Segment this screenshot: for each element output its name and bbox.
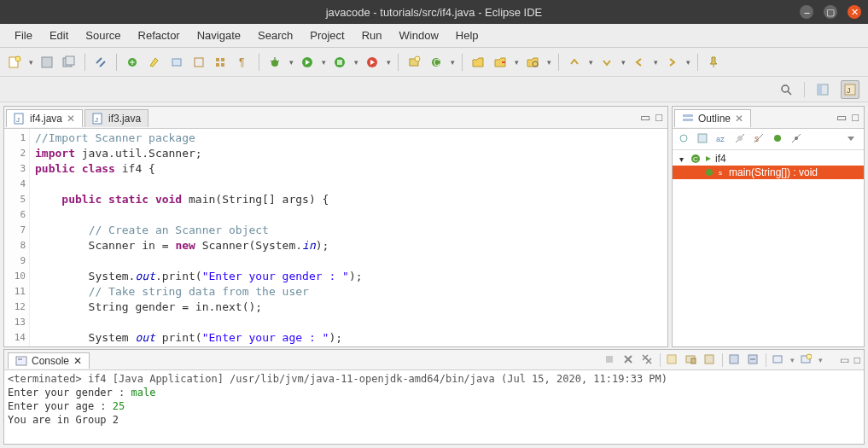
code-line[interactable] bbox=[35, 253, 662, 269]
forward-icon[interactable] bbox=[662, 53, 681, 72]
next-annotation-dropdown[interactable]: ▾ bbox=[620, 58, 626, 67]
search-folder-dropdown[interactable]: ▾ bbox=[545, 58, 552, 67]
save-icon[interactable] bbox=[38, 53, 56, 72]
code-line[interactable]: Scanner in = new Scanner(System.in); bbox=[35, 238, 662, 253]
maximize-pane-icon[interactable]: □ bbox=[655, 111, 662, 124]
code-line[interactable]: public class if4 { bbox=[35, 161, 662, 177]
menu-help[interactable]: Help bbox=[448, 26, 486, 44]
focus-icon[interactable] bbox=[678, 132, 691, 146]
code-line[interactable]: String gender = in.next(); bbox=[35, 300, 662, 315]
new-dropdown[interactable]: ▾ bbox=[27, 58, 34, 67]
block-icon[interactable] bbox=[189, 53, 208, 72]
menu-navigate[interactable]: Navigate bbox=[189, 26, 248, 44]
back-dropdown[interactable]: ▾ bbox=[652, 58, 659, 67]
tab-console[interactable]: Console ✕ bbox=[8, 352, 90, 369]
editor-body[interactable]: 1234567891011121314 //Import Scanner pac… bbox=[4, 129, 667, 346]
external-tools-icon[interactable] bbox=[363, 53, 382, 72]
az-icon[interactable]: aᴢ bbox=[715, 132, 729, 146]
new-console-dropdown[interactable]: ▾ bbox=[818, 356, 823, 364]
new-class-dropdown[interactable]: ▾ bbox=[449, 58, 456, 67]
search-icon[interactable] bbox=[777, 80, 795, 99]
code-line[interactable]: System.out.print("Enter your gender : ")… bbox=[35, 269, 662, 284]
code-line[interactable] bbox=[35, 177, 662, 192]
console-body[interactable]: <terminated> if4 [Java Application] /usr… bbox=[4, 370, 864, 444]
menu-window[interactable]: Window bbox=[392, 26, 446, 44]
menu-edit[interactable]: Edit bbox=[42, 26, 76, 44]
remove-icon[interactable] bbox=[622, 353, 636, 367]
debug-icon[interactable] bbox=[123, 53, 142, 72]
terminate-relaunch-icon[interactable] bbox=[603, 353, 617, 367]
link-icon[interactable] bbox=[91, 53, 110, 72]
show-on-output-icon[interactable] bbox=[703, 353, 717, 367]
highlight-icon[interactable] bbox=[145, 53, 164, 72]
close-outline-icon[interactable]: ✕ bbox=[735, 113, 743, 125]
hide-fields-icon[interactable] bbox=[734, 132, 748, 146]
code-line[interactable]: import java.util.Scanner; bbox=[35, 146, 662, 161]
menu-run[interactable]: Run bbox=[354, 26, 390, 44]
java-perspective-icon[interactable]: J bbox=[841, 80, 859, 99]
tab-if4[interactable]: J if4.java ✕ bbox=[6, 109, 83, 127]
code-line[interactable] bbox=[35, 315, 662, 330]
scroll-lock-icon[interactable] bbox=[684, 353, 698, 367]
new-console-icon[interactable] bbox=[800, 353, 813, 367]
bug-icon[interactable] bbox=[265, 53, 284, 72]
new-package-icon[interactable] bbox=[405, 53, 423, 72]
new-class-icon[interactable]: C bbox=[427, 53, 446, 72]
code-line[interactable]: //Import Scanner package bbox=[35, 131, 662, 146]
back-icon[interactable] bbox=[630, 53, 649, 72]
sort-icon[interactable] bbox=[696, 132, 710, 146]
code-area[interactable]: //Import Scanner packageimport java.util… bbox=[30, 129, 667, 346]
save-all-icon[interactable] bbox=[60, 53, 79, 72]
forward-dropdown[interactable]: ▾ bbox=[684, 58, 691, 67]
view-menu-icon[interactable] bbox=[845, 132, 859, 146]
close-console-icon[interactable]: ✕ bbox=[73, 355, 82, 367]
debug-dropdown[interactable]: ▾ bbox=[288, 58, 294, 67]
code-line[interactable] bbox=[35, 207, 662, 223]
hide-static-icon[interactable]: s bbox=[753, 132, 766, 146]
minimize-button[interactable]: ‒ bbox=[800, 5, 813, 19]
code-line[interactable]: // Create an Scanner object bbox=[35, 223, 662, 238]
outline-class-row[interactable]: ▾ C if4 bbox=[673, 152, 864, 166]
coverage-dropdown[interactable]: ▾ bbox=[352, 58, 359, 67]
prev-annotation-icon[interactable] bbox=[565, 53, 584, 72]
clear-console-icon[interactable] bbox=[666, 353, 679, 367]
pin-icon[interactable] bbox=[704, 53, 723, 72]
tab-if3[interactable]: J if3.java bbox=[84, 109, 149, 127]
run-icon[interactable] bbox=[298, 53, 317, 72]
hide-nonpublic-icon[interactable] bbox=[772, 132, 785, 146]
whitespace-icon[interactable] bbox=[212, 53, 230, 72]
tab-outline[interactable]: Outline ✕ bbox=[674, 109, 751, 127]
run-dropdown[interactable]: ▾ bbox=[320, 58, 327, 67]
expand-toggle-icon[interactable]: ▾ bbox=[676, 154, 686, 164]
open-task-dropdown[interactable]: ▾ bbox=[513, 58, 520, 67]
menu-file[interactable]: File bbox=[7, 26, 40, 44]
new-icon[interactable] bbox=[5, 53, 24, 72]
menu-project[interactable]: Project bbox=[302, 26, 352, 44]
minimize-pane-icon[interactable]: ▭ bbox=[836, 111, 847, 124]
minimize-pane-icon[interactable]: ▭ bbox=[640, 111, 650, 124]
menu-source[interactable]: Source bbox=[78, 26, 128, 44]
console-dropdown-icon[interactable]: ▾ bbox=[790, 356, 795, 364]
maximize-button[interactable]: ▢ bbox=[824, 5, 837, 19]
close-button[interactable]: ✕ bbox=[848, 5, 861, 19]
maximize-pane-icon[interactable]: □ bbox=[852, 111, 859, 124]
display-selected-icon[interactable] bbox=[747, 353, 760, 367]
close-tab-icon[interactable]: ✕ bbox=[67, 113, 75, 125]
minimize-console-icon[interactable]: ▭ bbox=[840, 354, 849, 366]
prev-annotation-dropdown[interactable]: ▾ bbox=[587, 58, 594, 67]
open-perspective-icon[interactable] bbox=[813, 80, 832, 99]
open-console-icon[interactable] bbox=[772, 353, 785, 367]
hide-local-icon[interactable] bbox=[790, 132, 804, 146]
remove-all-icon[interactable] bbox=[641, 353, 655, 367]
open-type-icon[interactable] bbox=[469, 53, 487, 72]
paragraph-icon[interactable]: ¶ bbox=[234, 53, 253, 72]
code-line[interactable]: public static void main(String[] args) { bbox=[35, 192, 662, 207]
annotation-icon[interactable] bbox=[167, 53, 186, 72]
menu-refactor[interactable]: Refactor bbox=[131, 26, 188, 44]
maximize-console-icon[interactable]: □ bbox=[854, 354, 860, 366]
next-annotation-icon[interactable] bbox=[597, 53, 616, 72]
code-line[interactable]: // Take string data from the user bbox=[35, 284, 662, 300]
external-dropdown[interactable]: ▾ bbox=[385, 58, 392, 67]
search-folder-icon[interactable] bbox=[523, 53, 542, 72]
code-line[interactable]: System out print("Enter your age : "); bbox=[35, 330, 662, 346]
